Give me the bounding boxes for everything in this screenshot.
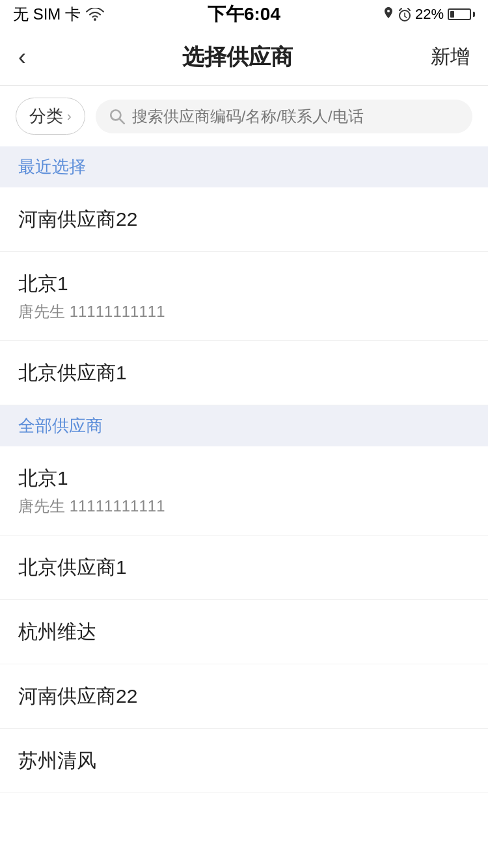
recent-section-header: 最近选择	[0, 146, 488, 187]
page-title: 选择供应商	[57, 42, 418, 72]
list-item[interactable]: 河南供应商22	[0, 187, 488, 252]
add-button[interactable]: 新增	[418, 44, 470, 70]
search-box	[96, 100, 472, 133]
filter-bar: 分类 ›	[0, 86, 488, 146]
list-item[interactable]: 河南供应商22	[0, 664, 488, 729]
item-name: 北京1	[18, 270, 470, 297]
item-name: 北京1	[18, 465, 470, 492]
category-filter-button[interactable]: 分类 ›	[16, 98, 85, 135]
list-item[interactable]: 北京供应商1	[0, 536, 488, 600]
search-input[interactable]	[132, 107, 459, 126]
chevron-right-icon: ›	[67, 109, 72, 124]
item-sub: 唐先生 11111111111	[18, 496, 470, 517]
status-time: 下午6:04	[208, 2, 280, 27]
all-list: 北京1唐先生 11111111111北京供应商1杭州维达河南供应商22苏州清风	[0, 446, 488, 793]
list-item[interactable]: 北京供应商1	[0, 341, 488, 405]
item-name: 河南供应商22	[18, 206, 470, 233]
item-name: 北京供应商1	[18, 359, 470, 387]
list-item[interactable]: 苏州清风	[0, 729, 488, 793]
category-label: 分类	[29, 105, 63, 128]
list-item[interactable]: 北京1唐先生 11111111111	[0, 252, 488, 341]
nav-bar: ‹ 选择供应商 新增	[0, 29, 488, 86]
item-name: 杭州维达	[18, 618, 470, 645]
list-item[interactable]: 杭州维达	[0, 600, 488, 664]
back-button[interactable]: ‹	[18, 44, 57, 71]
list-item[interactable]: 北京1唐先生 11111111111	[0, 446, 488, 536]
no-sim-text: 无 SIM 卡	[13, 4, 81, 25]
battery-percentage: 22%	[415, 6, 444, 23]
location-icon	[383, 7, 394, 21]
item-sub: 唐先生 11111111111	[18, 301, 470, 322]
status-right: 22%	[383, 6, 475, 23]
status-left: 无 SIM 卡	[13, 4, 104, 25]
wifi-icon	[86, 8, 104, 21]
all-section-label: 全部供应商	[18, 416, 103, 435]
status-bar: 无 SIM 卡 下午6:04 22%	[0, 0, 488, 29]
recent-section-label: 最近选择	[18, 157, 86, 176]
recent-list: 河南供应商22北京1唐先生 11111111111北京供应商1	[0, 187, 488, 405]
item-name: 河南供应商22	[18, 683, 470, 710]
item-name: 北京供应商1	[18, 554, 470, 581]
search-icon	[109, 108, 126, 125]
alarm-icon	[398, 7, 411, 21]
battery-indicator	[448, 8, 475, 20]
svg-line-2	[119, 118, 124, 123]
item-name: 苏州清风	[18, 747, 470, 774]
all-section-header: 全部供应商	[0, 405, 488, 446]
